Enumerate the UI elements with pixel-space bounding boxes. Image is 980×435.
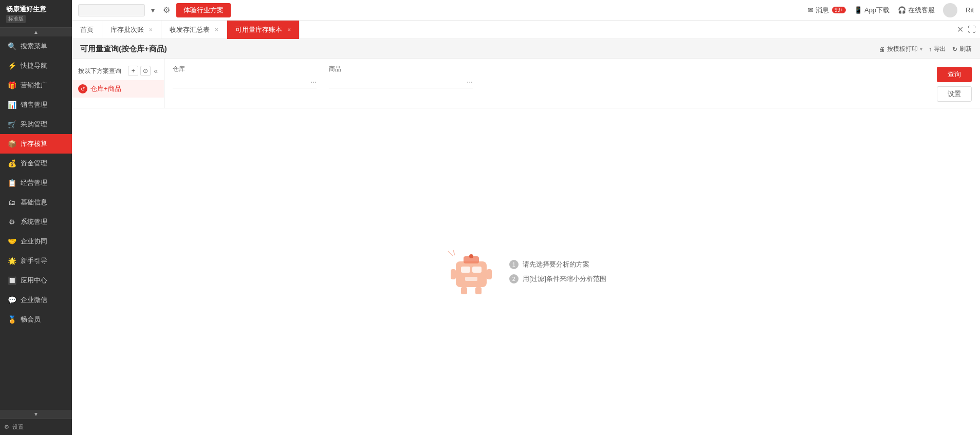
- query-button[interactable]: 查询: [937, 67, 972, 82]
- tab-home-label: 首页: [80, 25, 94, 34]
- warehouse-input[interactable]: [173, 78, 307, 86]
- operations-icon: 📋: [7, 178, 16, 187]
- filter-sidebar-title: 按以下方案查询: [78, 67, 125, 75]
- sidebar-label-operations: 经营管理: [21, 178, 47, 187]
- export-label: 导出: [934, 45, 946, 53]
- app-download-item[interactable]: 📱 App下载: [854, 6, 890, 15]
- sidebar-label-cooperation: 企业协同: [21, 237, 47, 246]
- empty-illustration: [446, 246, 497, 297]
- sidebar-item-sales[interactable]: 📊销售管理: [0, 95, 72, 115]
- dropdown-arrow[interactable]: ▾: [149, 6, 157, 14]
- basic-icon: 🗂: [7, 198, 16, 207]
- enterprise-wechat-icon: 💬: [7, 295, 16, 305]
- product-label: 商品: [329, 65, 473, 73]
- filter-panel: 按以下方案查询 + ⊙ « ↺ 仓库+商品 仓库 ···: [72, 59, 980, 108]
- tab-home[interactable]: 首页: [72, 21, 102, 39]
- sidebar-logo: 畅康通好生意 标准版: [0, 0, 72, 28]
- product-input[interactable]: [329, 78, 464, 86]
- sidebar-label-basic: 基础信息: [21, 198, 47, 207]
- tab-label-batch: 库存批次账: [110, 25, 144, 34]
- sidebar-scroll-down[interactable]: ▼: [0, 410, 72, 419]
- sidebar-item-app-center[interactable]: 🔲应用中心: [0, 271, 72, 290]
- sidebar-item-newbie[interactable]: 🌟新手引导: [0, 251, 72, 271]
- tab-close-receipt[interactable]: ×: [215, 27, 218, 33]
- export-action[interactable]: ↑ 导出: [929, 45, 946, 53]
- svg-rect-7: [487, 269, 492, 279]
- app-download-label: App下载: [864, 6, 890, 15]
- sidebar-scroll-up[interactable]: ▲: [0, 28, 72, 36]
- scheme-label: 仓库+商品: [90, 84, 121, 93]
- sidebar-item-shortcut[interactable]: ⚡快捷导航: [0, 56, 72, 75]
- print-action[interactable]: 🖨 按模板打印 ▾: [879, 45, 922, 53]
- tab-receipt-summary[interactable]: 收发存汇总表 ×: [161, 21, 227, 39]
- close-all-tabs-button[interactable]: ✕: [957, 25, 964, 34]
- refresh-action[interactable]: ↻ 刷新: [952, 45, 972, 53]
- sidebar-item-purchase[interactable]: 🛒采购管理: [0, 115, 72, 134]
- online-service-item[interactable]: 🎧 在线客服: [898, 6, 935, 15]
- export-icon: ↑: [929, 46, 932, 53]
- tip-text-2: 用[过滤]条件来缩小分析范围: [523, 274, 606, 283]
- shortcut-icon: ⚡: [7, 61, 16, 70]
- tab-batch-account[interactable]: 库存批次账 ×: [102, 21, 161, 39]
- filter-sidebar: 按以下方案查询 + ⊙ « ↺ 仓库+商品: [72, 59, 164, 108]
- collapse-filter-button[interactable]: «: [154, 67, 158, 75]
- sidebar-item-basic[interactable]: 🗂基础信息: [0, 193, 72, 212]
- svg-rect-0: [456, 261, 487, 287]
- settings-scheme-button[interactable]: ⊙: [140, 66, 151, 76]
- warehouse-field: 仓库 ···: [173, 65, 317, 88]
- sidebar-item-cooperation[interactable]: 🤝企业协同: [0, 232, 72, 251]
- warehouse-input-wrapper: ···: [173, 75, 317, 88]
- purchase-icon: 🛒: [7, 120, 16, 129]
- svg-rect-2: [472, 267, 482, 273]
- message-badge: 99+: [832, 7, 846, 13]
- sidebar-item-operations[interactable]: 📋经营管理: [0, 173, 72, 193]
- tip-num-2: 2: [509, 274, 519, 283]
- tab-label-available: 可用量库存账本: [235, 25, 282, 34]
- warehouse-more-icon[interactable]: ···: [310, 78, 317, 86]
- online-service-label: 在线客服: [908, 6, 935, 15]
- tab-close-batch[interactable]: ×: [149, 27, 153, 33]
- sidebar-item-marketing-promo[interactable]: 🎁营销推广: [0, 75, 72, 95]
- empty-tip-1: 1 请先选择要分析的方案: [509, 260, 606, 269]
- svg-rect-8: [461, 287, 467, 294]
- sidebar-label-member: 畅会员: [21, 315, 41, 324]
- tab-available-qty[interactable]: 可用量库存账本 ×: [227, 21, 300, 39]
- sidebar-bottom-settings[interactable]: ⚙ 设置: [0, 419, 72, 435]
- sidebar-label-sales: 销售管理: [21, 100, 47, 109]
- search-input[interactable]: [78, 4, 145, 16]
- message-item[interactable]: ✉ 消息 99+: [808, 6, 846, 15]
- sidebar-label-newbie: 新手引导: [21, 256, 47, 266]
- marketing-promo-icon: 🎁: [7, 81, 16, 90]
- sidebar-label-enterprise-wechat: 企业微信: [21, 295, 47, 305]
- filter-scheme-item[interactable]: ↺ 仓库+商品: [72, 80, 164, 98]
- tabs-right: ✕ ⛶: [957, 25, 980, 34]
- sidebar-item-inventory[interactable]: 📦库存核算: [0, 134, 72, 154]
- gear-icon: ⚙: [4, 424, 9, 430]
- sidebar-item-member[interactable]: 🏅畅会员: [0, 310, 72, 329]
- avatar[interactable]: [943, 3, 957, 17]
- sidebar-item-enterprise-wechat[interactable]: 💬企业微信: [0, 290, 72, 310]
- product-input-wrapper: ···: [329, 75, 473, 88]
- svg-rect-1: [461, 267, 470, 273]
- sidebar-item-search[interactable]: 🔍搜索菜单: [0, 36, 72, 56]
- empty-tip-2: 2 用[过滤]条件来缩小分析范围: [509, 274, 606, 283]
- sales-icon: 📊: [7, 100, 16, 109]
- topbar-right: ✉ 消息 99+ 📱 App下载 🎧 在线客服 Rit: [808, 3, 974, 17]
- filter-right-actions: 查询 设置: [937, 65, 972, 102]
- add-scheme-button[interactable]: +: [128, 66, 138, 76]
- company-name: 畅康通好生意: [6, 5, 66, 14]
- product-more-icon[interactable]: ···: [467, 78, 473, 86]
- sidebar-item-finance[interactable]: 💰资金管理: [0, 154, 72, 173]
- message-icon: ✉: [808, 6, 813, 14]
- gear-icon[interactable]: ⚙: [161, 5, 172, 15]
- tab-close-available[interactable]: ×: [287, 27, 291, 33]
- refresh-label: 刷新: [959, 45, 972, 53]
- settings-button[interactable]: 设置: [937, 86, 972, 102]
- sidebar-item-system[interactable]: ⚙系统管理: [0, 212, 72, 232]
- tip-text-1: 请先选择要分析的方案: [523, 260, 589, 269]
- expand-icon[interactable]: ⛶: [968, 25, 976, 34]
- page-actions: 🖨 按模板打印 ▾ ↑ 导出 ↻ 刷新: [879, 45, 972, 53]
- trial-industry-button[interactable]: 体验行业方案: [176, 3, 231, 17]
- sidebar-label-finance: 资金管理: [21, 159, 47, 168]
- sidebar-bottom-label: 设置: [12, 423, 24, 431]
